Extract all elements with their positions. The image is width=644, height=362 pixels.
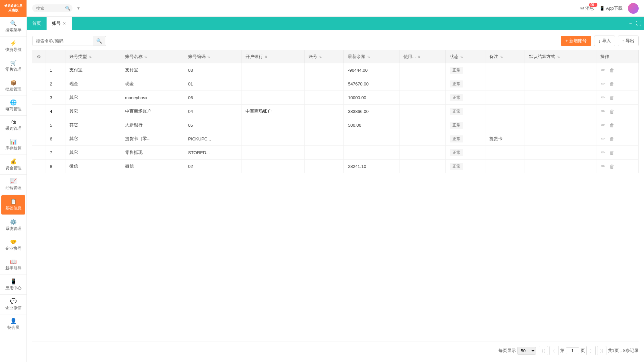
row-account-no <box>304 105 344 118</box>
search-input[interactable] <box>33 37 93 46</box>
app-download-icon: 📱 <box>599 6 605 11</box>
action-buttons: ✏ 🗑 <box>600 163 634 170</box>
sidebar-item-label: 电商管理 <box>5 106 21 112</box>
tab-maximize-icon[interactable]: ⛶ <box>636 20 641 26</box>
search-box[interactable]: 🔍 <box>32 36 106 46</box>
delete-button[interactable]: 🗑 <box>609 94 615 101</box>
sidebar-item-sys-mgmt[interactable]: ⚙️ 系统管理 <box>0 216 26 235</box>
row-account-type: 微信 <box>65 160 121 173</box>
edit-button[interactable]: ✏ <box>600 80 606 87</box>
page-first-button[interactable]: ⟨⟨ <box>539 346 548 355</box>
search-button[interactable]: 🔍 <box>93 36 105 46</box>
sort-icon-account-no: ⇅ <box>319 55 322 59</box>
row-latest-balance: 500.00 <box>344 118 399 132</box>
toolbar: 🔍 + 新增账号 ↓ 导入 ↑ 导出 <box>32 36 639 46</box>
sidebar-item-enterprise-wechat[interactable]: 💬 企业微信 <box>0 295 26 314</box>
row-usage <box>399 91 445 105</box>
delete-button[interactable]: 🗑 <box>609 108 615 115</box>
sidebar-item-ops-mgmt[interactable]: 📈 经营管理 <box>0 175 26 194</box>
row-account-type: 其它 <box>65 105 121 118</box>
page-last-button[interactable]: ⟩⟩ <box>597 346 606 355</box>
sidebar-item-label: 基础信息 <box>5 205 21 211</box>
sidebar-item-enterprise-agreement[interactable]: 🤝 企业协同 <box>0 235 26 255</box>
row-account-type: 其它 <box>65 118 121 132</box>
header-search-box[interactable]: 🔍 <box>32 4 72 12</box>
sort-icon-latest-balance: ⇅ <box>367 55 370 59</box>
row-settings-col <box>32 160 46 173</box>
page-prev-button[interactable]: ⟨ <box>549 346 559 355</box>
user-avatar[interactable] <box>628 3 639 14</box>
sort-icon-account-type: ⇅ <box>89 55 92 59</box>
col-account-no[interactable]: 账号 ⇅ <box>304 50 344 63</box>
export-button[interactable]: ↑ 导出 <box>618 36 639 46</box>
message-icon: ✉ <box>580 6 584 11</box>
tab-account[interactable]: 账号 ✕ <box>47 17 72 30</box>
message-badge: 99+ <box>589 3 597 7</box>
app-center-icon: 📱 <box>10 278 17 285</box>
tab-home[interactable]: 首页 <box>27 17 47 30</box>
delete-button[interactable]: 🗑 <box>609 80 615 87</box>
edit-button[interactable]: ✏ <box>600 121 606 129</box>
newbie-guide-icon: 📖 <box>10 258 17 265</box>
col-account-code[interactable]: 账号编码 ⇅ <box>184 50 241 63</box>
col-account-name[interactable]: 账号名称 ⇅ <box>121 50 184 63</box>
row-num: 2 <box>46 77 65 91</box>
sidebar-item-app-center[interactable]: 📱 应用中心 <box>0 275 26 295</box>
edit-button[interactable]: ✏ <box>600 108 606 115</box>
row-account-no <box>304 77 344 91</box>
sys-mgmt-icon: ⚙️ <box>10 219 17 225</box>
col-status[interactable]: 状态 ⇅ <box>445 50 485 63</box>
edit-button[interactable]: ✏ <box>600 135 606 142</box>
col-usage[interactable]: 使用... ⇅ <box>399 50 445 63</box>
sidebar-item-search-menu[interactable]: 🔍 搜索菜单 <box>0 17 26 37</box>
sidebar-logo: 畅捷通好生意乐惠版 <box>0 0 26 17</box>
sidebar-item-finance-mgmt[interactable]: 💰 资金管理 <box>0 155 26 175</box>
col-remark[interactable]: 备注 ⇅ <box>485 50 525 63</box>
header-right: ✉ 消息 99+ 📱 App下载 <box>580 3 639 14</box>
page-number-input[interactable] <box>566 347 579 354</box>
app-download-button[interactable]: 📱 App下载 <box>599 5 623 11</box>
header-dropdown-arrow[interactable]: ▼ <box>76 6 80 11</box>
row-usage <box>399 105 445 118</box>
sidebar-item-wholesale-mgmt[interactable]: 📦 批发管理 <box>0 76 26 96</box>
delete-button[interactable]: 🗑 <box>609 67 615 74</box>
header-left: 🔍 ▼ <box>32 4 80 12</box>
table-row: 1 支付宝 支付宝 03 -90444.00 正常 ✏ 🗑 <box>32 63 639 77</box>
row-account-no <box>304 132 344 146</box>
page-next-button[interactable]: ⟩ <box>586 346 596 355</box>
import-button[interactable]: ↓ 导入 <box>594 36 615 46</box>
add-account-button[interactable]: + 新增账号 <box>561 36 591 46</box>
sidebar-item-inventory[interactable]: 📊 库存核算 <box>0 135 26 155</box>
row-default-settlement <box>525 63 596 77</box>
sidebar-item-quick-nav[interactable]: ⚡ 快捷导航 <box>0 37 26 56</box>
row-account-code: PICKUPC... <box>184 132 241 146</box>
table-row: 2 现金 现金 01 547670.00 正常 ✏ 🗑 <box>32 77 639 91</box>
header-search-input[interactable] <box>36 6 63 11</box>
row-account-type: 现金 <box>65 77 121 91</box>
delete-button[interactable]: 🗑 <box>609 163 615 170</box>
tab-home-label: 首页 <box>32 20 41 26</box>
tab-minimize-icon[interactable]: － <box>628 20 633 27</box>
tab-account-close[interactable]: ✕ <box>63 21 66 26</box>
delete-button[interactable]: 🗑 <box>609 135 615 142</box>
message-button[interactable]: ✉ 消息 99+ <box>580 5 594 11</box>
edit-button[interactable]: ✏ <box>600 94 606 101</box>
sidebar-item-ecommerce-mgmt[interactable]: 🌐 电商管理 <box>0 96 26 116</box>
sidebar-item-member[interactable]: 👤 畅会员 <box>0 314 26 334</box>
col-latest-balance[interactable]: 最新余额 ⇅ <box>344 50 399 63</box>
col-open-bank[interactable]: 开户银行 ⇅ <box>241 50 304 63</box>
edit-button[interactable]: ✏ <box>600 66 606 74</box>
sidebar-item-retail-mgmt[interactable]: 🛒 零售管理 <box>0 56 26 76</box>
delete-button[interactable]: 🗑 <box>609 122 615 129</box>
row-account-code: 01 <box>184 77 241 91</box>
delete-button[interactable]: 🗑 <box>609 149 615 156</box>
sidebar-item-basic-info[interactable]: 📋 基础信息 <box>1 195 25 215</box>
page-size-dropdown[interactable]: 50 10 20 100 <box>517 347 536 355</box>
col-default-settlement[interactable]: 默认结算方式 ⇅ <box>525 50 596 63</box>
sidebar-item-newbie-guide[interactable]: 📖 新手引导 <box>0 255 26 275</box>
edit-button[interactable]: ✏ <box>600 149 606 156</box>
col-account-type[interactable]: 账号类型 ⇅ <box>65 50 121 63</box>
edit-button[interactable]: ✏ <box>600 163 606 170</box>
sidebar-item-purchase-mgmt[interactable]: 🛍 采购管理 <box>0 116 26 135</box>
col-settings[interactable]: ⚙ <box>32 50 46 63</box>
